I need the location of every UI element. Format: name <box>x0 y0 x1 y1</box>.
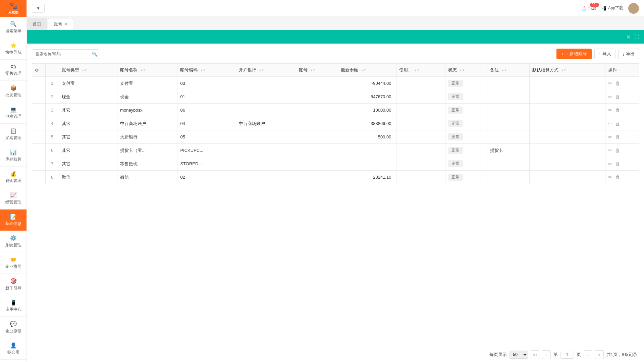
sidebar-item-inventory[interactable]: 📊 库存核算 <box>0 145 26 167</box>
row-status: 正常 <box>445 171 487 184</box>
th-name-label: 账号名称 <box>120 67 138 72</box>
search-button[interactable]: 🔍 <box>89 50 99 59</box>
sidebar-item-ecommerce-mgmt[interactable]: 💻 电商管理 <box>0 102 26 124</box>
first-page-btn[interactable]: ⏮ <box>531 350 539 359</box>
sidebar-item-basic-info[interactable]: 📝 基础信息 <box>0 209 26 231</box>
th-remark[interactable]: 备注 ▲▼ <box>487 64 529 77</box>
sort-icon-balance: ▲▼ <box>361 69 366 72</box>
user-avatar[interactable] <box>628 3 639 14</box>
th-default-settlement[interactable]: 默认结算方式 ▲▼ <box>529 64 605 77</box>
delete-btn[interactable]: 🗑 <box>615 134 620 140</box>
page-size-select[interactable]: 50 100 200 <box>509 351 528 359</box>
row-status: 正常 <box>445 90 487 104</box>
delete-btn[interactable]: 🗑 <box>615 161 620 167</box>
next-page-btn[interactable]: › <box>584 350 592 359</box>
delete-btn[interactable]: 🗑 <box>615 121 620 127</box>
import-icon: ↑ <box>599 52 601 57</box>
th-code[interactable]: 账号编码 ▲▼ <box>177 64 236 77</box>
edit-btn[interactable]: ✏ <box>608 80 612 86</box>
sidebar-item-quick-nav[interactable]: ⭐ 快捷导航 <box>0 38 26 60</box>
page-input[interactable] <box>560 351 574 359</box>
row-bank <box>236 171 296 184</box>
th-usage[interactable]: 使用... ▲▼ <box>396 64 445 77</box>
tab-account-close[interactable]: ✕ <box>64 22 67 26</box>
row-actions: ✏ 🗑 <box>605 130 639 144</box>
sort-icon-code: ▲▼ <box>200 69 206 72</box>
member-icon: 👤 <box>2 342 25 349</box>
logo-icon: 🐾 <box>9 2 17 10</box>
row-remark <box>487 157 529 171</box>
row-type: 现金 <box>59 90 117 104</box>
row-type: 其它 <box>59 104 117 117</box>
delete-btn[interactable]: 🗑 <box>615 107 620 113</box>
edit-btn[interactable]: ✏ <box>608 174 612 180</box>
search-input[interactable] <box>32 50 89 58</box>
finance-mgmt-icon: 💰 <box>2 171 25 177</box>
app-download-btn[interactable]: 📲 App下载 <box>601 5 623 11</box>
row-code: 06 <box>177 104 236 117</box>
row-settings <box>32 157 46 171</box>
th-balance[interactable]: 最新余额 ▲▼ <box>338 64 396 77</box>
add-account-button[interactable]: + + 新增账号 <box>556 49 592 59</box>
edit-btn[interactable]: ✏ <box>608 107 612 113</box>
store-dropdown[interactable]: ▼ <box>32 4 45 13</box>
th-status[interactable]: 状态 ▲▼ <box>445 64 487 77</box>
row-status: 正常 <box>445 130 487 144</box>
table-row: 6 其它 提货卡（零... PICKUPC... 正常 提货卡 ✏ 🗑 <box>32 144 639 157</box>
edit-btn[interactable]: ✏ <box>608 161 612 167</box>
content-expand-btn[interactable]: ⛶ <box>634 34 639 40</box>
th-bank[interactable]: 开户银行 ▲▼ <box>236 64 296 77</box>
row-usage <box>396 90 445 104</box>
th-code-label: 账号编码 <box>180 67 198 72</box>
row-bank <box>236 157 296 171</box>
tab-account[interactable]: 账号 ✕ <box>48 18 73 30</box>
edit-btn[interactable]: ✏ <box>608 147 612 154</box>
row-account <box>296 117 338 130</box>
last-page-btn[interactable]: ⏭ <box>595 350 604 359</box>
row-default-settlement <box>529 130 605 144</box>
row-type: 其它 <box>59 144 117 157</box>
edit-btn[interactable]: ✏ <box>608 94 612 100</box>
table-row: 8 微信 微信 02 28241.10 正常 ✏ 🗑 <box>32 171 639 184</box>
sidebar-item-app-center[interactable]: 📱 应用中心 <box>0 295 26 317</box>
delete-btn[interactable]: 🗑 <box>615 174 620 180</box>
th-name[interactable]: 账号名称 ▲▼ <box>117 64 177 77</box>
sidebar-item-wholesale-mgmt[interactable]: 📦 批发管理 <box>0 81 26 102</box>
sidebar-item-finance-mgmt[interactable]: 💰 资金管理 <box>0 167 26 188</box>
row-remark <box>487 130 529 144</box>
sidebar-item-enterprise-agreement[interactable]: 🤝 企业协同 <box>0 252 26 274</box>
sidebar-item-newcomer-guide[interactable]: 🎯 新手引导 <box>0 274 26 295</box>
sidebar-item-label: 库存核算 <box>5 157 21 162</box>
row-account <box>296 104 338 117</box>
edit-btn[interactable]: ✏ <box>608 121 612 127</box>
tab-home[interactable]: 首页 <box>27 18 47 30</box>
sidebar-item-ops-mgmt[interactable]: 📈 经营管理 <box>0 188 26 209</box>
delete-btn[interactable]: 🗑 <box>615 80 620 86</box>
row-name: moneybosx <box>117 104 177 117</box>
notification-btn[interactable]: 📩 消息 99+ <box>582 5 596 11</box>
row-bank <box>236 130 296 144</box>
row-balance: 383866.00 <box>338 117 396 130</box>
sidebar-item-search-menu[interactable]: 🔍 搜索菜单 <box>0 17 26 38</box>
import-button[interactable]: ↑ 导入 <box>594 49 615 59</box>
sidebar-item-retail-mgmt[interactable]: 🛍 零售管理 <box>0 60 26 81</box>
delete-btn[interactable]: 🗑 <box>615 147 620 154</box>
th-type[interactable]: 账号类型 ▲▼ <box>59 64 117 77</box>
prev-page-btn[interactable]: ‹ <box>542 350 551 359</box>
content-close-btn[interactable]: ✕ <box>626 34 631 40</box>
sidebar-item-system-mgmt[interactable]: ⚙️ 系统管理 <box>0 231 26 252</box>
export-button[interactable]: ↓ 导出 <box>618 49 639 59</box>
per-page-label: 每页显示 <box>489 352 507 358</box>
status-badge: 正常 <box>448 133 463 140</box>
sidebar-item-purchase-mgmt[interactable]: 📋 采购管理 <box>0 124 26 145</box>
row-code: 02 <box>177 171 236 184</box>
th-settings[interactable]: ⚙ <box>32 64 46 77</box>
edit-btn[interactable]: ✏ <box>608 134 612 140</box>
delete-btn[interactable]: 🗑 <box>615 94 620 100</box>
th-account[interactable]: 账号 ▲▼ <box>296 64 338 77</box>
sidebar-item-member[interactable]: 👤 畅会员 <box>0 338 26 360</box>
accounts-table: ⚙ 账号类型 ▲▼ 账号名称 ▲▼ 账号编码 ▲▼ 开户 <box>32 63 639 184</box>
row-num: 6 <box>46 144 59 157</box>
sidebar-item-enterprise-wechat[interactable]: 💬 企业微信 <box>0 317 26 338</box>
row-bank <box>236 77 296 90</box>
